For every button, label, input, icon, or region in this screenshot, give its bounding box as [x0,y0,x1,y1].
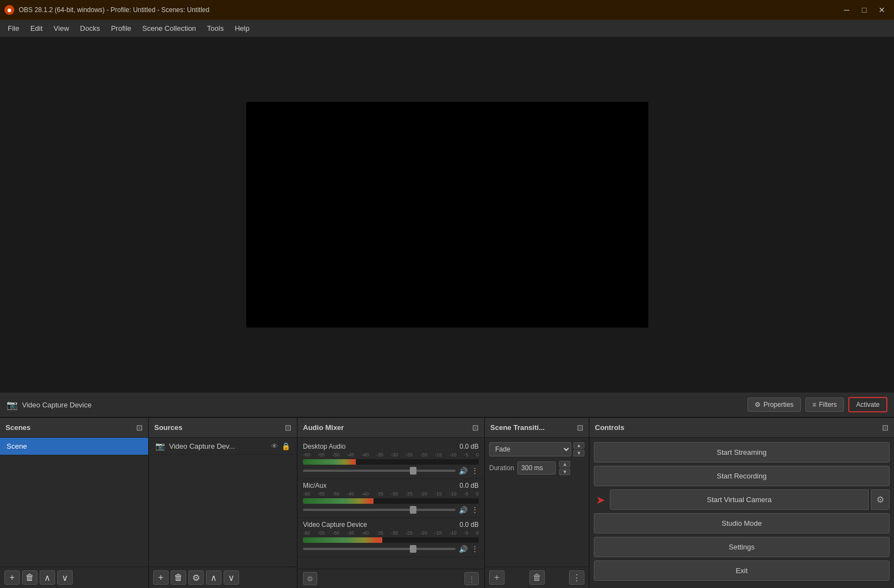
mic-audio-more[interactable]: ⋮ [471,505,479,514]
source-visible-icon[interactable]: 👁 [271,442,278,450]
transitions-content: Fade ▲ ▼ Duration ▲ ▼ [485,438,589,567]
video-capture-audio-db: 0.0 dB [459,521,479,529]
close-button[interactable]: ✕ [874,3,890,17]
start-streaming-button[interactable]: Start Streaming [594,442,890,462]
mic-aux-fader[interactable] [303,509,456,511]
settings-button[interactable]: Settings [594,537,890,557]
source-settings-button[interactable]: ⚙ [188,570,204,585]
transition-add-button[interactable]: + [489,570,505,585]
video-capture-audio-label: Video Capture Device [303,521,367,529]
studio-mode-button[interactable]: Studio Mode [594,513,890,533]
source-move-up-button[interactable]: ∧ [206,570,221,585]
duration-row: Duration ▲ ▼ [489,461,584,475]
source-remove-icon: 🗑 [174,573,183,582]
menu-edit[interactable]: Edit [25,22,48,35]
audio-panel: Audio Mixer ⊡ Desktop Audio 0.0 dB -60-5… [297,418,485,588]
scene-item[interactable]: Scene [0,438,148,455]
video-capture-fader-thumb[interactable] [410,545,416,553]
audio-channels: Desktop Audio 0.0 dB -60-55-50-45-40-35-… [297,438,484,569]
scene-remove-icon: 🗑 [25,573,34,582]
activate-button[interactable]: Activate [848,397,887,412]
scenes-panel-title: Scenes [6,423,31,432]
virtual-camera-settings-button[interactable]: ⚙ [871,489,890,510]
menu-tools[interactable]: Tools [202,22,229,35]
sources-expand-icon[interactable]: ⊡ [285,423,291,432]
source-add-button[interactable]: + [153,570,169,585]
duration-down-arrow[interactable]: ▼ [559,469,570,475]
scene-add-button[interactable]: + [4,570,20,585]
transition-remove-icon: 🗑 [533,573,541,582]
video-capture-fill [303,537,382,543]
transitions-expand-icon[interactable]: ⊡ [577,423,583,432]
duration-label: Duration [489,464,514,472]
audio-channel-mic: Mic/Aux 0.0 dB -60-55-50-45-40-35-30-25-… [297,479,484,518]
source-remove-button[interactable]: 🗑 [171,570,186,585]
desktop-audio-fader[interactable] [303,470,456,472]
desktop-audio-label: Desktop Audio [303,443,345,450]
controls-content: Start Streaming Start Recording ➤ Start … [589,438,894,588]
source-bar-label: Video Capture Device [22,401,743,409]
transition-remove-button[interactable]: 🗑 [529,570,545,585]
menubar: File Edit View Docks Profile Scene Colle… [0,20,894,37]
start-recording-button[interactable]: Start Recording [594,466,890,486]
transition-up-arrow[interactable]: ▲ [573,442,584,449]
source-item-icon: 📷 [155,442,165,450]
scene-remove-button[interactable]: 🗑 [22,570,37,585]
bottom-panels: Scenes ⊡ Scene + 🗑 ∧ ∨ Sources ⊡ 📷 Video… [0,417,894,588]
scenes-expand-icon[interactable]: ⊡ [136,423,143,432]
duration-arrows: ▲ ▼ [559,461,570,475]
scene-move-down-button[interactable]: ∨ [57,570,73,585]
menu-profile[interactable]: Profile [105,22,137,35]
menu-scene-collection[interactable]: Scene Collection [137,22,202,35]
audio-more-button[interactable]: ⋮ [464,572,479,585]
menu-file[interactable]: File [2,22,25,35]
titlebar: ⏺ OBS 28.1.2 (64-bit, windows) - Profile… [0,0,894,20]
desktop-audio-more[interactable]: ⋮ [471,466,479,475]
transitions-panel-header: Scene Transiti... ⊡ [485,418,589,438]
start-virtual-camera-button[interactable]: Start Virtual Camera [610,489,869,510]
audio-settings-button[interactable]: ⚙ [303,572,317,585]
properties-button[interactable]: ⚙ Properties [747,398,801,412]
controls-expand-icon[interactable]: ⊡ [882,423,888,432]
transition-more-button[interactable]: ⋮ [569,570,584,585]
desktop-audio-fader-thumb[interactable] [410,467,416,475]
mic-aux-db: 0.0 dB [459,482,479,489]
duration-input[interactable] [517,461,556,475]
desktop-volume-icon[interactable]: 🔊 [459,467,468,475]
exit-button[interactable]: Exit [594,560,890,581]
sources-panel-title: Sources [154,423,182,432]
mic-aux-fader-thumb[interactable] [410,506,416,514]
audio-channel-desktop: Desktop Audio 0.0 dB -60-55-50-45-40-35-… [297,440,484,479]
sources-panel-header: Sources ⊡ [149,418,297,438]
audio-panel-header: Audio Mixer ⊡ [297,418,484,438]
mic-aux-fill [303,498,373,504]
obs-icon: ⏺ [4,5,14,15]
filters-button[interactable]: ≡ Filters [805,398,844,412]
audio-meter-labels-mic: -60-55-50-45-40-35-30-25-20-15-10-50 [303,491,479,497]
titlebar-controls[interactable]: ─ □ ✕ [839,3,890,17]
menu-help[interactable]: Help [229,22,255,35]
source-item-controls: 👁 🔒 [271,442,290,450]
source-item[interactable]: 📷 Video Capture Dev... 👁 🔒 [149,438,297,455]
duration-up-arrow[interactable]: ▲ [559,461,570,467]
video-capture-fader[interactable] [303,548,456,550]
video-volume-icon[interactable]: 🔊 [459,545,468,553]
controls-panel: Controls ⊡ Start Streaming Start Recordi… [589,418,894,588]
menu-view[interactable]: View [48,22,74,35]
mic-aux-label: Mic/Aux [303,482,327,489]
transition-down-arrow[interactable]: ▼ [573,450,584,456]
controls-panel-title: Controls [595,423,624,432]
video-audio-more[interactable]: ⋮ [471,545,479,553]
audio-expand-icon[interactable]: ⊡ [472,423,479,432]
source-lock-icon[interactable]: 🔒 [281,442,290,450]
transition-arrows: ▲ ▼ [573,442,584,456]
scene-move-up-button[interactable]: ∧ [40,570,55,585]
transition-type-select[interactable]: Fade [489,442,571,456]
preview-area [0,37,894,392]
minimize-button[interactable]: ─ [839,3,854,17]
source-move-down-button[interactable]: ∨ [224,570,239,585]
audio-panel-title: Audio Mixer [303,423,344,432]
mic-volume-icon[interactable]: 🔊 [459,506,468,514]
menu-docks[interactable]: Docks [74,22,105,35]
maximize-button[interactable]: □ [857,3,872,17]
